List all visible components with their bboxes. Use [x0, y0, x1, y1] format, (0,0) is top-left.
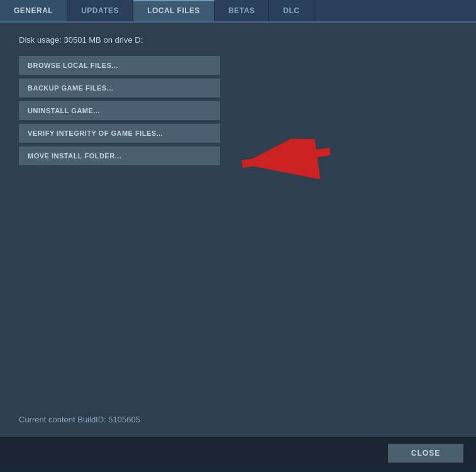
- tab-betas[interactable]: BETAS: [214, 0, 269, 21]
- tab-updates[interactable]: UPDATES: [67, 0, 133, 21]
- move-button[interactable]: MOVE INSTALL FOLDER...: [19, 146, 220, 165]
- backup-button[interactable]: BACKUP GAME FILES...: [19, 79, 220, 97]
- build-id-label: Current content BuildID: 5105605: [19, 415, 140, 424]
- footer: CLOSE: [0, 437, 476, 468]
- tab-dlc[interactable]: DLC: [269, 0, 314, 21]
- tab-general[interactable]: GENERAL: [0, 0, 67, 21]
- disk-usage-label: Disk usage: 30501 MB on drive D:: [19, 35, 457, 45]
- buttons-container: BROWSE LOCAL FILES...BACKUP GAME FILES..…: [19, 56, 457, 165]
- browse-button[interactable]: BROWSE LOCAL FILES...: [19, 56, 220, 75]
- tab-local-files[interactable]: LOCAL FILES: [133, 0, 214, 21]
- uninstall-button[interactable]: UNINSTALL GAME...: [19, 101, 220, 120]
- content-area: Disk usage: 30501 MB on drive D: BROWSE …: [0, 23, 476, 437]
- close-button[interactable]: CLOSE: [388, 444, 463, 463]
- tab-bar: GENERALUPDATESLOCAL FILESBETASDLC: [0, 0, 476, 23]
- verify-button[interactable]: VERIFY INTEGRITY OF GAME FILES...: [19, 124, 220, 143]
